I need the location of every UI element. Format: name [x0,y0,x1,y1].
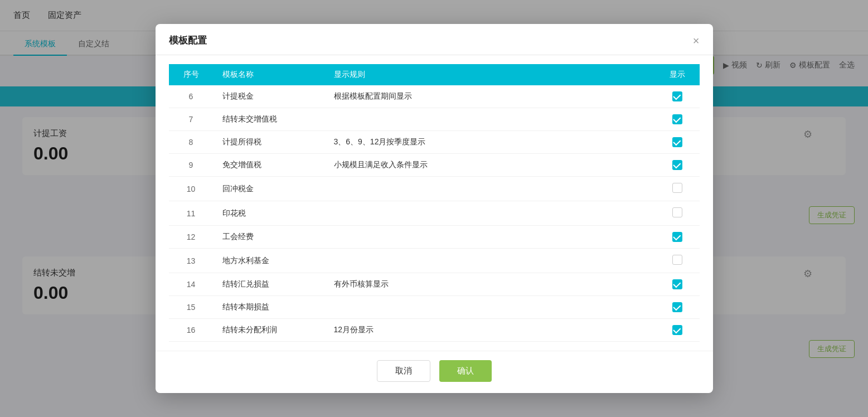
checkbox-unchecked[interactable] [672,183,682,193]
cell-id: 14 [169,273,214,296]
cell-id: 10 [169,177,214,201]
cancel-button[interactable]: 取消 [377,360,430,382]
cell-id: 16 [169,319,214,342]
col-header-rule: 显示规则 [325,64,655,85]
table-row: 9免交增值税小规模且满足收入条件显示 [169,154,700,177]
cell-name: 结转本期损益 [214,296,325,319]
cell-rule [325,108,655,131]
cell-rule [325,201,655,226]
cell-rule [325,177,655,201]
cell-rule: 3、6、9、12月按季度显示 [325,131,655,154]
checkbox-checked[interactable] [672,302,682,312]
cell-checkbox[interactable] [655,296,700,319]
modal-header: 模板配置 × [156,24,713,55]
modal-close-button[interactable]: × [693,35,700,46]
cell-id: 12 [169,226,214,249]
col-header-id: 序号 [169,64,214,85]
col-header-show: 显示 [655,64,700,85]
modal-title: 模板配置 [169,34,207,47]
cell-name: 工会经费 [214,226,325,249]
cell-id: 13 [169,249,214,273]
modal-body: 序号 模板名称 显示规则 显示 6计提税金根据模板配置期间显示7结转未交增值税8… [156,55,713,351]
table-row: 6计提税金根据模板配置期间显示 [169,85,700,108]
table-row: 11印花税 [169,201,700,226]
checkbox-checked[interactable] [672,91,682,101]
table-row: 14结转汇兑损益有外币核算显示 [169,273,700,296]
checkbox-checked[interactable] [672,114,682,124]
table-row: 10回冲税金 [169,177,700,201]
template-config-modal: 模板配置 × 序号 模板名称 显示规则 显示 6计提税金根据模板配置期间显示7结… [156,24,713,393]
table-row: 8计提所得税3、6、9、12月按季度显示 [169,131,700,154]
cell-rule: 12月份显示 [325,319,655,342]
cell-name: 计提税金 [214,85,325,108]
cell-rule: 小规模且满足收入条件显示 [325,154,655,177]
cell-rule [325,249,655,273]
checkbox-unchecked[interactable] [672,207,682,217]
cell-checkbox[interactable] [655,154,700,177]
cell-name: 结转汇兑损益 [214,273,325,296]
col-header-name: 模板名称 [214,64,325,85]
cell-name: 回冲税金 [214,177,325,201]
cell-checkbox[interactable] [655,85,700,108]
cell-id: 9 [169,154,214,177]
confirm-button[interactable]: 确认 [439,360,492,382]
cell-name: 地方水利基金 [214,249,325,273]
table-row: 16结转未分配利润12月份显示 [169,319,700,342]
table-header-row: 序号 模板名称 显示规则 显示 [169,64,700,85]
checkbox-checked[interactable] [672,137,682,147]
cell-name: 结转未交增值税 [214,108,325,131]
cell-checkbox[interactable] [655,177,700,201]
checkbox-checked[interactable] [672,279,682,289]
cell-checkbox[interactable] [655,249,700,273]
cell-checkbox[interactable] [655,108,700,131]
cell-rule [325,226,655,249]
cell-name: 印花税 [214,201,325,226]
table-row: 13地方水利基金 [169,249,700,273]
cell-checkbox[interactable] [655,273,700,296]
cell-checkbox[interactable] [655,201,700,226]
checkbox-checked[interactable] [672,160,682,170]
checkbox-checked[interactable] [672,325,682,335]
cell-id: 6 [169,85,214,108]
cell-id: 7 [169,108,214,131]
modal-overlay: 模板配置 × 序号 模板名称 显示规则 显示 6计提税金根据模板配置期间显示7结… [0,0,868,417]
cell-checkbox[interactable] [655,226,700,249]
config-table: 序号 模板名称 显示规则 显示 6计提税金根据模板配置期间显示7结转未交增值税8… [169,64,700,342]
cell-checkbox[interactable] [655,131,700,154]
checkbox-checked[interactable] [672,232,682,242]
table-row: 15结转本期损益 [169,296,700,319]
cell-id: 11 [169,201,214,226]
checkbox-unchecked[interactable] [672,255,682,265]
cell-name: 计提所得税 [214,131,325,154]
cell-rule: 有外币核算显示 [325,273,655,296]
cell-id: 8 [169,131,214,154]
cell-name: 免交增值税 [214,154,325,177]
table-row: 12工会经费 [169,226,700,249]
cell-id: 15 [169,296,214,319]
modal-footer: 取消 确认 [156,351,713,393]
cell-name: 结转未分配利润 [214,319,325,342]
cell-rule: 根据模板配置期间显示 [325,85,655,108]
table-row: 7结转未交增值税 [169,108,700,131]
cell-checkbox[interactable] [655,319,700,342]
cell-rule [325,296,655,319]
